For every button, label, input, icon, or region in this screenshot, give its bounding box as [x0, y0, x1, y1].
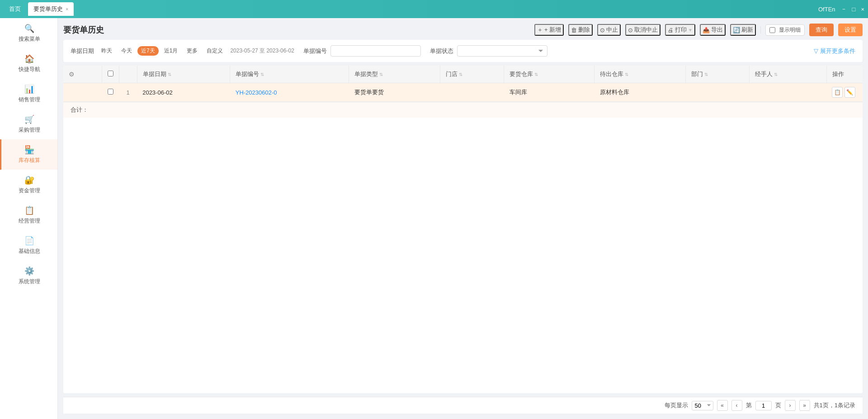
- cancel-suspend-button[interactable]: ⊙ 取消中止: [625, 24, 660, 36]
- first-page-btn[interactable]: «: [717, 400, 728, 411]
- row-pending-warehouse: 原材料仓库: [594, 83, 686, 102]
- row-edit-btn[interactable]: ✏️: [844, 87, 855, 98]
- top-bar: 首页 要货单历史 × OfTEn － □ ×: [0, 0, 868, 18]
- purchase-icon: 🛒: [24, 114, 34, 124]
- suspend-button[interactable]: ⊙ 中止: [597, 24, 621, 36]
- sidebar-item-inventory[interactable]: 🏪 库存核算: [0, 139, 57, 170]
- export-icon: 📤: [703, 27, 710, 33]
- row-doc-no[interactable]: YH-20230602-0: [230, 83, 349, 102]
- doc-no-link[interactable]: YH-20230602-0: [236, 89, 277, 96]
- col-department[interactable]: 部门⇅: [686, 66, 750, 83]
- total-label: 合计：: [71, 106, 88, 114]
- col-settings[interactable]: ⚙: [63, 66, 102, 83]
- operations-icon: 📋: [24, 205, 34, 215]
- doc-no-label: 单据编号: [303, 47, 327, 55]
- tab-close-icon[interactable]: ×: [66, 6, 68, 12]
- expand-more-btn[interactable]: ▽ 展开更多条件: [814, 47, 855, 55]
- shortcut-today[interactable]: 今天: [118, 46, 136, 56]
- often-label: OfTEn: [818, 6, 835, 13]
- table-row: 1 2023-06-02 YH-20230602-0 要货单要货 车间库 原材料…: [63, 83, 863, 102]
- pagination-bar: 每页显示 20 50 100 200 « ‹ 第 页 › » 共1页，1条记录: [63, 397, 863, 414]
- total-info: 共1页，1条记录: [814, 401, 855, 409]
- settings-button[interactable]: 设置: [838, 24, 863, 36]
- shortcut-7days[interactable]: 近7天: [137, 46, 159, 56]
- basic-info-icon: 📄: [24, 236, 34, 246]
- row-doc-type: 要货单要货: [349, 83, 440, 102]
- col-doc-type[interactable]: 单据类型⇅: [349, 66, 440, 83]
- filter-group-status: 单据状态: [430, 45, 547, 57]
- row-handler: [750, 83, 826, 102]
- sidebar-item-label-operations: 经营管理: [19, 217, 40, 225]
- tab-active[interactable]: 要货单历史 ×: [28, 2, 74, 16]
- sidebar-item-quick-nav[interactable]: 🏠 快捷导航: [0, 48, 57, 79]
- col-handler[interactable]: 经手人⇅: [750, 66, 826, 83]
- print-icon: 🖨: [668, 27, 674, 33]
- query-button[interactable]: 查询: [809, 24, 834, 36]
- window-close-btn[interactable]: ×: [861, 6, 864, 13]
- doc-status-select[interactable]: [457, 45, 547, 57]
- tab-home-label: 首页: [9, 5, 21, 13]
- col-req-warehouse[interactable]: 要货仓库⇅: [504, 66, 594, 83]
- page-number-input[interactable]: [755, 401, 772, 410]
- add-button[interactable]: ＋ + 新增: [534, 24, 564, 36]
- expand-icon: ▽: [814, 48, 818, 54]
- delete-icon: 🗑: [571, 27, 577, 33]
- print-button[interactable]: 🖨 打印 ▼: [665, 24, 695, 36]
- sidebar-item-label-purchase: 采购管理: [19, 126, 40, 134]
- delete-button[interactable]: 🗑 删除: [568, 24, 593, 36]
- last-page-btn[interactable]: »: [799, 400, 810, 411]
- sidebar-item-finance-mgmt[interactable]: 🔐 资金管理: [0, 170, 57, 200]
- sidebar-item-label-sales: 销售管理: [19, 96, 40, 104]
- shortcut-yesterday[interactable]: 昨天: [98, 46, 116, 56]
- shortcut-more[interactable]: 更多: [183, 46, 201, 56]
- col-shop[interactable]: 门店⇅: [440, 66, 504, 83]
- next-page-btn[interactable]: ›: [785, 400, 796, 411]
- settings-icon[interactable]: ⚙: [69, 71, 75, 78]
- display-detail-input[interactable]: [769, 27, 775, 33]
- expand-label: 展开更多条件: [820, 47, 855, 55]
- export-button[interactable]: 📤 导出: [700, 24, 726, 36]
- page-suffix-label: 页: [775, 401, 781, 409]
- tab-home[interactable]: 首页: [4, 2, 26, 16]
- sidebar-item-label-finance: 资金管理: [19, 187, 40, 195]
- page-size-select[interactable]: 20 50 100 200: [692, 401, 713, 410]
- sidebar-item-label-inventory: 库存核算: [19, 157, 40, 164]
- sidebar-item-basic-info[interactable]: 📄 基础信息: [0, 230, 57, 261]
- doc-no-input[interactable]: [330, 45, 421, 57]
- refresh-button[interactable]: 🔄 刷新: [730, 24, 756, 36]
- prev-page-btn[interactable]: ‹: [731, 400, 742, 411]
- suspend-icon: ⊙: [600, 27, 605, 33]
- row-checkbox[interactable]: [102, 83, 119, 102]
- col-pending-warehouse[interactable]: 待出仓库⇅: [594, 66, 686, 83]
- sidebar-item-purchase-mgmt[interactable]: 🛒 采购管理: [0, 109, 57, 139]
- add-icon: ＋: [537, 26, 543, 34]
- col-doc-no[interactable]: 单据编号⇅: [230, 66, 349, 83]
- doc-date-label: 单据日期: [71, 47, 94, 55]
- display-detail-checkbox[interactable]: 显示明细: [765, 24, 805, 36]
- row-view-btn[interactable]: 📋: [832, 87, 843, 98]
- per-page-label: 每页显示: [665, 401, 688, 409]
- doc-status-label: 单据状态: [430, 47, 453, 55]
- sidebar-item-search-menu[interactable]: 🔍 搜索菜单: [0, 18, 57, 48]
- sales-icon: 📊: [24, 84, 34, 94]
- select-all-checkbox[interactable]: [108, 71, 113, 76]
- sidebar-item-sales-mgmt[interactable]: 📊 销售管理: [0, 79, 57, 109]
- shortcut-1month[interactable]: 近1月: [160, 46, 182, 56]
- row-shop: [440, 83, 504, 102]
- filter-group-date: 单据日期 昨天 今天 近7天 近1月 更多 自定义 2023-05-27 至 2…: [71, 46, 294, 56]
- maximize-btn[interactable]: □: [852, 6, 856, 13]
- col-checkbox: [102, 66, 119, 83]
- sidebar-item-label-basic-info: 基础信息: [19, 248, 40, 255]
- sidebar-item-operations-mgmt[interactable]: 📋 经营管理: [0, 200, 57, 230]
- table-container: ⚙ 单据日期⇅ 单据编号⇅ 单据类型⇅ 门店⇅ 要货仓库⇅ 待出仓库⇅ 部门⇅: [63, 66, 863, 393]
- col-doc-date[interactable]: 单据日期⇅: [137, 66, 230, 83]
- filter-panel: 单据日期 昨天 今天 近7天 近1月 更多 自定义 2023-05-27 至 2…: [63, 40, 863, 62]
- minimize-btn[interactable]: －: [841, 5, 847, 13]
- layout: 🔍 搜索菜单 🏠 快捷导航 📊 销售管理 🛒 采购管理 🏪 库存核算 🔐 资金管…: [0, 18, 868, 419]
- shortcut-custom[interactable]: 自定义: [203, 46, 226, 56]
- col-num: [119, 66, 137, 83]
- row-select-checkbox[interactable]: [108, 89, 113, 95]
- sidebar: 🔍 搜索菜单 🏠 快捷导航 📊 销售管理 🛒 采购管理 🏪 库存核算 🔐 资金管…: [0, 18, 58, 419]
- col-ops: 操作: [826, 66, 863, 83]
- sidebar-item-system-mgmt[interactable]: ⚙️ 系统管理: [0, 261, 57, 291]
